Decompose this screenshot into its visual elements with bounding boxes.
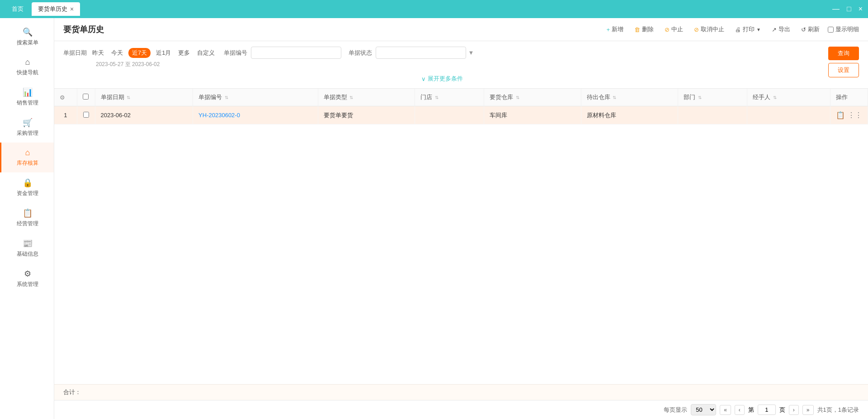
col-label-req-warehouse: 要货仓库 [490, 94, 513, 100]
col-label-handler: 经手人 [753, 94, 770, 100]
expand-more-btn[interactable]: ∨ 展开更多条件 [421, 75, 463, 83]
col-header-doc-number[interactable]: 单据编号 ⇅ [193, 89, 318, 106]
edit-icon[interactable]: 📋 [836, 111, 845, 119]
col-label-pending-warehouse: 待出仓库 [587, 94, 610, 100]
new-button[interactable]: + 新增 [604, 24, 627, 35]
page-label-before: 第 [748, 406, 754, 414]
col-label-doc-type: 单据类型 [324, 94, 347, 100]
filter-group-date: 单据日期 昨天 今天 近7天 近1月 更多 自定义 [63, 48, 217, 58]
page-size-select[interactable]: 50 20 100 [691, 404, 716, 415]
top-bar: 首页 要货单历史 × — □ × [0, 0, 868, 18]
main-layout: 🔍 搜索菜单 ⌂ 快捷导航 📊 销售管理 🛒 采购管理 ⌂ 库存核算 🔒 资金管… [0, 18, 868, 419]
search-menu-icon: 🔍 [23, 27, 33, 37]
sort-icon-department: ⇅ [698, 95, 702, 100]
filter-group-docno: 单据编号 [224, 47, 341, 59]
col-header-store[interactable]: 门店 ⇅ [415, 89, 484, 106]
delete-icon: 🗑 [634, 26, 640, 33]
stop-icon: ⊘ [665, 26, 670, 33]
cell-handler [747, 106, 830, 124]
cell-check[interactable] [77, 106, 95, 124]
select-all-checkbox[interactable] [83, 94, 89, 100]
col-header-doc-date[interactable]: 单据日期 ⇅ [95, 89, 193, 106]
sidebar-item-quick-nav[interactable]: ⌂ 快捷导航 [0, 52, 54, 82]
page-next-button[interactable]: › [789, 405, 799, 415]
print-button[interactable]: 🖨 打印 ▼ [732, 24, 764, 35]
table-row: 1 2023-06-02 YH-20230602-0 要货单要货 车间库 原材料… [54, 106, 868, 124]
sidebar-item-finance-mgmt[interactable]: 🔒 资金管理 [0, 172, 54, 203]
delete-button[interactable]: 🗑 删除 [632, 24, 656, 35]
sidebar-item-sales-mgmt[interactable]: 📊 销售管理 [0, 82, 54, 112]
page-last-button[interactable]: » [802, 405, 814, 415]
display-detail-label: 显示明细 [835, 25, 859, 33]
query-button[interactable]: 查询 [828, 47, 859, 60]
col-header-doc-type[interactable]: 单据类型 ⇅ [318, 89, 415, 106]
page-number-input[interactable] [758, 405, 776, 415]
date-shortcuts: 昨天 今天 近7天 近1月 更多 自定义 [90, 48, 217, 58]
col-header-handler[interactable]: 经手人 ⇅ [747, 89, 830, 106]
cell-store [415, 106, 484, 124]
stop-label: 中止 [671, 25, 683, 33]
system-mgmt-icon: ⚙ [24, 269, 31, 279]
cell-action: 📋 ⋮⋮ [830, 106, 868, 124]
quick-nav-icon: ⌂ [25, 57, 30, 67]
col-header-index: ⚙ [54, 89, 77, 106]
doc-number-link[interactable]: YH-20230602-0 [198, 112, 240, 119]
display-detail-toggle[interactable]: 显示明细 [828, 25, 859, 33]
table-settings-icon[interactable]: ⚙ [60, 94, 65, 101]
tab-home[interactable]: 首页 [5, 2, 30, 16]
display-detail-checkbox[interactable] [828, 27, 834, 33]
window-close-icon[interactable]: × [859, 5, 863, 13]
sort-icon-handler: ⇅ [773, 95, 777, 100]
sidebar-item-search-menu[interactable]: 🔍 搜索菜单 [0, 22, 54, 52]
docno-input[interactable] [251, 47, 341, 59]
col-header-action: 操作 [830, 89, 868, 106]
date-btn-today[interactable]: 今天 [109, 48, 125, 58]
tab-active: 要货单历史 × [32, 2, 80, 16]
export-button[interactable]: ↗ 导出 [769, 24, 793, 35]
data-table: ⚙ 单据日期 ⇅ 单据编号 ⇅ [54, 89, 868, 124]
tab-close-button[interactable]: × [70, 6, 74, 12]
toolbar: + 新增 🗑 删除 ⊘ 中止 ⊘ 取消中止 🖨 打印 [604, 24, 859, 35]
date-btn-more[interactable]: 更多 [176, 48, 192, 58]
col-header-pending-warehouse[interactable]: 待出仓库 ⇅ [581, 89, 678, 106]
table-area: ⚙ 单据日期 ⇅ 单据编号 ⇅ [54, 89, 868, 384]
export-icon: ↗ [772, 26, 777, 33]
export-label: 导出 [778, 25, 790, 33]
cell-doc-number[interactable]: YH-20230602-0 [193, 106, 318, 124]
status-dropdown-icon[interactable]: ▼ [468, 49, 474, 56]
minimize-icon[interactable]: — [832, 5, 840, 13]
finance-mgmt-icon: 🔒 [23, 178, 33, 188]
more-icon[interactable]: ⋮⋮ [848, 111, 862, 119]
sidebar-item-basic-info[interactable]: 📰 基础信息 [0, 233, 54, 263]
sidebar-item-system-mgmt[interactable]: ⚙ 系统管理 [0, 263, 54, 294]
table-header-row: ⚙ 单据日期 ⇅ 单据编号 ⇅ [54, 89, 868, 106]
refresh-button[interactable]: ↺ 刷新 [798, 24, 822, 35]
page-prev-button[interactable]: ‹ [735, 405, 745, 415]
cell-index: 1 [54, 106, 77, 124]
col-label-doc-number: 单据编号 [198, 94, 222, 100]
purchase-mgmt-icon: 🛒 [23, 118, 33, 128]
date-btn-custom[interactable]: 自定义 [195, 48, 217, 58]
sidebar-item-operations-mgmt[interactable]: 📋 经营管理 [0, 203, 54, 233]
stop-button[interactable]: ⊘ 中止 [662, 24, 686, 35]
maximize-icon[interactable]: □ [847, 5, 851, 13]
col-header-req-warehouse[interactable]: 要货仓库 ⇅ [484, 89, 581, 106]
refresh-icon: ↺ [801, 26, 806, 33]
sidebar-item-label-inventory-calc: 库存核算 [17, 159, 38, 167]
date-btn-last7days[interactable]: 近7天 [128, 48, 151, 58]
delete-label: 删除 [642, 25, 654, 33]
page-first-button[interactable]: « [720, 405, 731, 415]
cell-pending-warehouse: 原材料仓库 [581, 106, 678, 124]
sidebar-item-label-search-menu: 搜索菜单 [17, 39, 38, 47]
sidebar-item-label-purchase-mgmt: 采购管理 [17, 129, 38, 137]
date-btn-yesterday[interactable]: 昨天 [90, 48, 106, 58]
cancel-stop-button[interactable]: ⊘ 取消中止 [691, 24, 727, 35]
sidebar-item-inventory-calc[interactable]: ⌂ 库存核算 [0, 143, 54, 172]
refresh-label: 刷新 [808, 25, 820, 33]
date-btn-last1month[interactable]: 近1月 [154, 48, 173, 58]
row-checkbox[interactable] [83, 112, 89, 118]
col-header-department[interactable]: 部门 ⇅ [678, 89, 747, 106]
sidebar-item-purchase-mgmt[interactable]: 🛒 采购管理 [0, 112, 54, 143]
status-input[interactable] [376, 47, 466, 59]
setting-button[interactable]: 设置 [828, 63, 859, 77]
